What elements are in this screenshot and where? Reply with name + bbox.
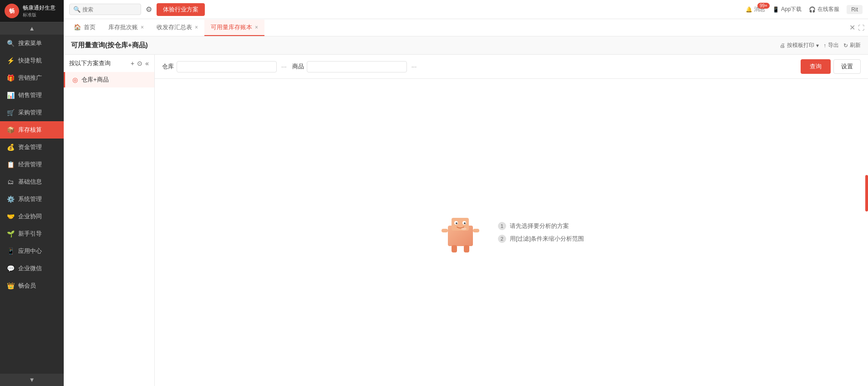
svg-point-5 xyxy=(464,222,466,224)
warehouse-filter-group: 仓库 ··· xyxy=(162,61,287,72)
sidebar-item-inventory[interactable]: 📦 库存核算 xyxy=(0,121,64,139)
topbar-right: 🔔 消息 99+ 📱 App下载 🎧 在线客服 Rit xyxy=(746,5,863,14)
sidebar-item-member[interactable]: 👑 畅会员 xyxy=(0,277,64,294)
sidebar-item-label: 搜索菜单 xyxy=(18,39,42,47)
app-center-icon: 📱 xyxy=(6,247,15,255)
refresh-label: 刷新 xyxy=(850,41,861,49)
add-scheme-button[interactable]: + xyxy=(131,60,134,67)
sidebar-item-label: 基础信息 xyxy=(18,178,42,186)
sidebar-scroll-down[interactable]: ▼ xyxy=(0,374,64,386)
sidebar-title: 畅康通好生意 xyxy=(23,4,56,12)
sidebar-item-basic[interactable]: 🗂 基础信息 xyxy=(0,173,64,190)
tab-home[interactable]: 🏠 首页 xyxy=(67,20,102,36)
sidebar-item-purchase[interactable]: 🛒 采购管理 xyxy=(0,104,64,121)
refresh-button[interactable]: ↻ 刷新 xyxy=(843,41,861,49)
sidebar-item-label: 畅会员 xyxy=(18,282,36,290)
sidebar-item-newbie[interactable]: 🌱 新手引导 xyxy=(0,225,64,242)
user-menu[interactable]: Rit xyxy=(847,5,863,14)
printer-icon: 🖨 xyxy=(780,42,785,49)
sidebar-item-label: 企业微信 xyxy=(18,264,42,273)
right-scrollbar xyxy=(865,175,868,211)
sidebar-item-marketing[interactable]: 🎁 营销推广 xyxy=(0,69,64,87)
sidebar-item-app-center[interactable]: 📱 应用中心 xyxy=(0,242,64,260)
user-label: Rit xyxy=(851,6,858,13)
sidebar-item-label: 营销推广 xyxy=(18,74,42,82)
notice-icon: 🔔 xyxy=(746,6,752,13)
query-button[interactable]: 查询 xyxy=(801,59,831,74)
system-icon: ⚙️ xyxy=(6,195,15,203)
expand-tab-button[interactable]: ⛶ xyxy=(858,24,864,31)
sidebar-item-label: 快捷导航 xyxy=(18,57,42,65)
warehouse-label: 仓库 xyxy=(162,62,174,71)
page-actions: 🖨 按模板打印 ▾ ↑ 导出 ↻ 刷新 xyxy=(780,41,861,49)
refresh-icon: ↻ xyxy=(843,42,848,49)
operation-icon: 📋 xyxy=(6,160,15,169)
tab-available-stock-close[interactable]: × xyxy=(255,24,258,31)
print-template-button[interactable]: 🖨 按模板打印 ▾ xyxy=(780,41,819,49)
topbar: 🔍 ⚙ 体验行业方案 🔔 消息 99+ 📱 App下载 🎧 在线客服 Rit xyxy=(64,0,868,19)
page-title: 可用量查询(按仓库+商品) xyxy=(71,41,148,50)
sidebar-item-search[interactable]: 🔍 搜索菜单 xyxy=(0,35,64,52)
scheme-label: 仓库+商品 xyxy=(81,76,109,84)
tab-receipt-summary-close[interactable]: × xyxy=(195,24,198,31)
topbar-search-input[interactable] xyxy=(82,6,137,13)
sidebar-scroll-up[interactable]: ▲ xyxy=(0,22,64,35)
tab-batch-account-close[interactable]: × xyxy=(141,24,144,31)
sidebar-item-label: 资金管理 xyxy=(18,143,42,151)
svg-rect-7 xyxy=(473,229,479,232)
export-button[interactable]: ↑ 导出 xyxy=(823,41,839,49)
sidebar-item-wechat[interactable]: 💬 企业微信 xyxy=(0,260,64,277)
tab-receipt-summary[interactable]: 收发存汇总表 × xyxy=(150,20,204,36)
left-panel-actions: + ⊙ « xyxy=(131,60,149,67)
basic-icon: 🗂 xyxy=(6,178,15,186)
goods-more-icon[interactable]: ··· xyxy=(411,63,417,70)
sidebar-item-label: 库存核算 xyxy=(18,126,42,134)
chart-icon: 📊 xyxy=(6,91,15,99)
sidebar-item-label: 采购管理 xyxy=(18,108,42,117)
tip-num-1: 1 xyxy=(498,222,506,230)
goods-input[interactable] xyxy=(307,61,407,72)
scheme-item-warehouse-goods[interactable]: ◎ 仓库+商品 xyxy=(64,72,154,87)
sidebar-header: 畅 畅康通好生意 标准版 xyxy=(0,0,64,22)
svg-point-4 xyxy=(456,222,457,224)
quick-nav-icon: ⚡ xyxy=(6,57,15,65)
tab-batch-account[interactable]: 库存批次账 × xyxy=(102,20,150,36)
sidebar: 畅 畅康通好生意 标准版 ▲ 🔍 搜索菜单 ⚡ 快捷导航 🎁 营销推广 📊 销售… xyxy=(0,0,64,386)
filter-row: 仓库 ··· 商品 ··· 查询 设置 xyxy=(155,55,868,79)
sidebar-item-operation[interactable]: 📋 经营管理 xyxy=(0,156,64,173)
tab-available-stock-label: 可用量库存账本 xyxy=(211,23,252,31)
table-settings-button[interactable]: 设置 xyxy=(833,59,861,74)
inventory-icon: 📦 xyxy=(6,126,15,134)
sidebar-item-quick-nav[interactable]: ⚡ 快捷导航 xyxy=(0,52,64,69)
right-panel: 仓库 ··· 商品 ··· 查询 设置 xyxy=(155,55,868,386)
sidebar-item-finance[interactable]: 💰 资金管理 xyxy=(0,139,64,156)
tip-text-2: 用[过滤]条件来缩小分析范围 xyxy=(510,235,584,243)
gear-icon[interactable]: ⚙ xyxy=(146,5,152,14)
sidebar-item-corp[interactable]: 🤝 企业协同 xyxy=(0,208,64,225)
tabbar-actions: ✕ ⛶ xyxy=(849,23,864,32)
member-icon: 👑 xyxy=(6,282,15,290)
tab-available-stock[interactable]: 可用量库存账本 × xyxy=(204,20,264,36)
scheme-settings-button[interactable]: ⊙ xyxy=(137,60,142,67)
left-panel-title: 按以下方案查询 xyxy=(69,59,111,67)
collapse-panel-button[interactable]: « xyxy=(145,60,149,67)
online-service-button[interactable]: 🎧 在线客服 xyxy=(809,5,839,13)
warehouse-more-icon[interactable]: ··· xyxy=(281,63,287,70)
close-all-tabs-button[interactable]: ✕ xyxy=(849,23,855,32)
tip-text-1: 请先选择要分析的方案 xyxy=(510,222,569,230)
cart-icon: 🛒 xyxy=(6,108,15,117)
industry-solution-button[interactable]: 体验行业方案 xyxy=(157,3,205,16)
topbar-search-icon: 🔍 xyxy=(73,6,81,13)
sidebar-item-system[interactable]: ⚙️ 系统管理 xyxy=(0,190,64,208)
svg-point-10 xyxy=(461,227,467,230)
newbie-icon: 🌱 xyxy=(6,230,15,238)
empty-tip-1: 1 请先选择要分析的方案 xyxy=(498,222,584,230)
app-download-button[interactable]: 📱 App下载 xyxy=(772,5,802,13)
finance-icon: 💰 xyxy=(6,143,15,151)
notice-button[interactable]: 🔔 消息 99+ xyxy=(746,5,765,13)
sidebar-item-sales[interactable]: 📊 销售管理 xyxy=(0,87,64,104)
page-header: 可用量查询(按仓库+商品) 🖨 按模板打印 ▾ ↑ 导出 ↻ 刷新 xyxy=(64,36,868,55)
sidebar-logo: 畅 xyxy=(5,4,19,18)
dropdown-arrow-icon: ▾ xyxy=(816,42,819,49)
warehouse-input[interactable] xyxy=(177,61,277,72)
